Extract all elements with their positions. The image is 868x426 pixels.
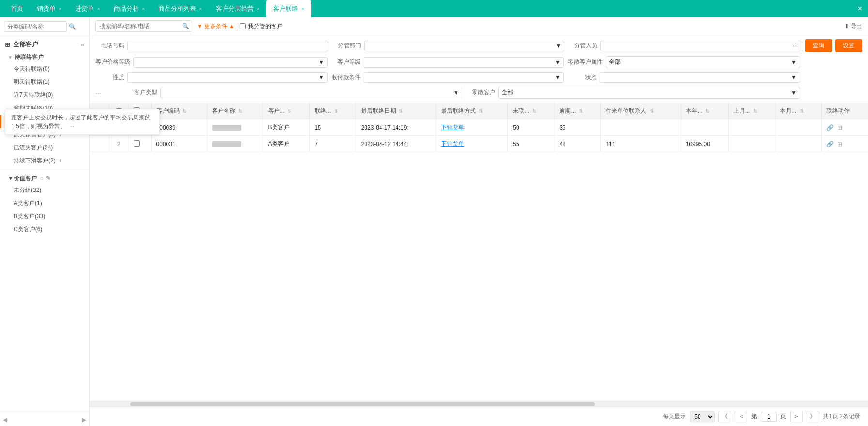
sidebar-item-unclassified[interactable]: 未分组(32) — [0, 184, 89, 197]
row2-level: A类客户 — [263, 136, 309, 152]
value-customer-settings-icon[interactable]: ✎ — [46, 175, 51, 182]
sidebar-item-declining[interactable]: 持续下滑客户(2) ℹ — [0, 154, 89, 167]
nav-sales-order[interactable]: 销货单 × — [30, 0, 68, 17]
row1-last-contact-method[interactable]: 下销货单 — [436, 119, 508, 136]
close-product-analysis-list-icon[interactable]: × — [199, 6, 202, 12]
pending-contact-group[interactable]: ▼ 待联络客户 — [0, 51, 89, 62]
table-col-level[interactable]: 客户... ⇅ — [263, 103, 309, 119]
price-tier-select[interactable]: ▼ — [133, 57, 328, 68]
abnormal-tooltip: 距客户上次交易时长，超过了此客户的平均交易周期的1.5倍，则视为异常。 ··· — [90, 109, 160, 135]
lingsan-customer-select[interactable]: 全部 ▼ — [498, 87, 800, 99]
row1-this-month — [775, 119, 822, 136]
value-customer-group-header[interactable]: ▼ 价值客户 ○ ✎ — [0, 172, 89, 184]
nav-product-analysis-list[interactable]: 商品分析列表 × — [152, 0, 209, 17]
nature-select[interactable]: ▼ — [127, 72, 328, 83]
sidebar-footer-right-icon[interactable]: ▶ — [82, 416, 86, 423]
sidebar-item-c-class[interactable]: C类客户(6) — [0, 223, 89, 236]
all-customers-header[interactable]: ⊞ 全部客户 » — [0, 36, 89, 51]
close-customer-contact-icon[interactable]: × — [301, 6, 304, 12]
row1-method-link[interactable]: 下销货单 — [441, 124, 464, 131]
table-col-this-month[interactable]: 本月... ⇅ — [775, 103, 822, 119]
row1-grid-icon[interactable]: ⊞ — [838, 124, 842, 131]
status-select[interactable]: ▼ — [600, 72, 800, 83]
per-page-select[interactable]: 50 20 100 — [690, 411, 715, 422]
sidebar-search-icon[interactable]: 🔍 — [69, 23, 76, 30]
scrollbar-thumb[interactable] — [130, 402, 595, 406]
table-container: ⚙ 序 客户编码 ⇅ 客户名称 ⇅ 客户... ⇅ 联络... ⇅ 最后联络日期… — [90, 103, 868, 401]
table-col-last-contact-date[interactable]: 最后联络日期 ⇅ — [356, 103, 436, 119]
export-button[interactable]: ⬆ 导出 — [844, 22, 862, 30]
close-sales-order-icon[interactable]: × — [59, 6, 61, 12]
sidebar-item-b-class[interactable]: B类客户(33) — [0, 210, 89, 223]
sidebar-footer-left-icon[interactable]: ◀ — [3, 416, 7, 423]
row2-checkbox[interactable] — [128, 136, 151, 152]
dept-select[interactable]: ▼ — [364, 41, 565, 51]
row1-link-icon[interactable]: 🔗 — [826, 124, 834, 131]
sidebar-search-input[interactable] — [4, 21, 67, 32]
row2-last-contact-date: 2023-04-12 14:44: — [356, 136, 436, 152]
my-customers-checkbox[interactable] — [240, 23, 246, 29]
payment-select[interactable]: ▼ — [364, 72, 564, 83]
close-customer-tier-icon[interactable]: × — [257, 6, 259, 12]
table-col-contact[interactable]: 联络... ⇅ — [309, 103, 356, 119]
close-all-tabs-button[interactable]: × — [858, 4, 862, 13]
customer-type-select[interactable]: ▼ — [160, 88, 462, 98]
nav-product-analysis[interactable]: 商品分析 × — [107, 0, 152, 17]
first-page-button[interactable]: 《 — [718, 411, 731, 422]
more-conditions-chevron-icon: ▲ — [229, 23, 235, 29]
page-number-input[interactable] — [761, 412, 777, 422]
filter-search-input[interactable] — [95, 20, 192, 32]
table-col-past-person[interactable]: 往来单位联系人 ⇅ — [601, 103, 681, 119]
query-button[interactable]: 查询 — [805, 39, 832, 52]
horizontal-scrollbar[interactable] — [90, 401, 868, 407]
value-customer-edit-icon[interactable]: ○ — [40, 175, 43, 182]
row1-actions: 🔗 ⊞ — [822, 119, 868, 136]
row2-method-link[interactable]: 下销货单 — [441, 140, 464, 147]
per-page-label: 每页显示 — [663, 412, 686, 421]
sidebar-item-tomorrow-pending[interactable]: 明天待联络(1) — [0, 75, 89, 88]
sidebar-item-7days-pending[interactable]: 近7天待联络(0) — [0, 88, 89, 102]
table-col-last-month[interactable]: 上月... ⇅ — [729, 103, 775, 119]
sidebar-divider — [0, 170, 89, 170]
settings-button[interactable]: 设置 — [835, 39, 862, 52]
nav-purchase-order[interactable]: 进货单 × — [68, 0, 107, 17]
table-col-uncontacted[interactable]: 未联... ⇅ — [508, 103, 554, 119]
last-page-button[interactable]: 》 — [807, 411, 819, 422]
table-col-overdue[interactable]: 逾期... ⇅ — [554, 103, 601, 119]
person-label: 分管人员 — [568, 42, 597, 50]
filter-row-1: 电话号码 分管部门 ▼ 分管人员 ··· — [95, 39, 862, 52]
nav-customer-contact[interactable]: 客户联络 × — [266, 0, 311, 17]
lingsan-attr-select[interactable]: 全部 ▼ — [606, 56, 800, 68]
next-page-button[interactable]: ＞ — [790, 411, 803, 422]
close-product-analysis-icon[interactable]: × — [142, 6, 145, 12]
nav-home[interactable]: 首页 — [4, 0, 30, 17]
row2-check[interactable] — [134, 140, 140, 147]
my-customers-checkbox-label[interactable]: 我分管的客户 — [240, 22, 283, 30]
phone-input[interactable] — [127, 41, 328, 51]
nav-customer-tier[interactable]: 客户分层经营 × — [209, 0, 266, 17]
filter-bar: 🔍 ▼ 更多条件 ▲ 我分管的客户 ⬆ 导出 — [90, 17, 868, 35]
person-field: 分管人员 ··· — [568, 41, 801, 51]
filter-search-icon[interactable]: 🔍 — [182, 23, 189, 29]
person-select[interactable]: ··· — [600, 41, 801, 51]
sidebar-item-today-pending[interactable]: 今天待联络(0) — [0, 62, 89, 75]
table-header-row: ⚙ 序 客户编码 ⇅ 客户名称 ⇅ 客户... ⇅ 联络... ⇅ 最后联络日期… — [90, 103, 868, 119]
row2-last-contact-method[interactable]: 下销货单 — [436, 136, 508, 152]
customer-tier-select[interactable]: ▼ — [364, 57, 564, 68]
row2-uncontacted: 55 — [508, 136, 554, 152]
table-col-this-year[interactable]: 本年... ⇅ — [681, 103, 728, 119]
collapse-sidebar-icon[interactable]: » — [81, 41, 84, 48]
more-fields-icon[interactable]: ··· — [95, 89, 101, 97]
sidebar-item-a-class[interactable]: A类客户(1) — [0, 197, 89, 210]
row2-link-icon[interactable]: 🔗 — [826, 141, 834, 147]
row2-grid-icon[interactable]: ⊞ — [838, 141, 842, 147]
table-col-last-contact-method[interactable]: 最后联络方式 ⇅ — [436, 103, 508, 119]
sidebar-item-churned[interactable]: 已流失客户(24) — [0, 141, 89, 154]
close-purchase-order-icon[interactable]: × — [97, 6, 100, 12]
prev-page-button[interactable]: ＜ — [735, 411, 747, 422]
sidebar: 🔍 ⊞ 全部客户 » ▼ 待联络客户 今天待联络(0) 明天待联络(1) 近7天… — [0, 17, 90, 426]
more-conditions-button[interactable]: ▼ 更多条件 ▲ — [197, 22, 235, 30]
declining-help-icon[interactable]: ℹ — [59, 158, 61, 163]
lingsan-attr-value: 全部 — [609, 58, 621, 66]
table-col-name[interactable]: 客户名称 ⇅ — [207, 103, 263, 119]
